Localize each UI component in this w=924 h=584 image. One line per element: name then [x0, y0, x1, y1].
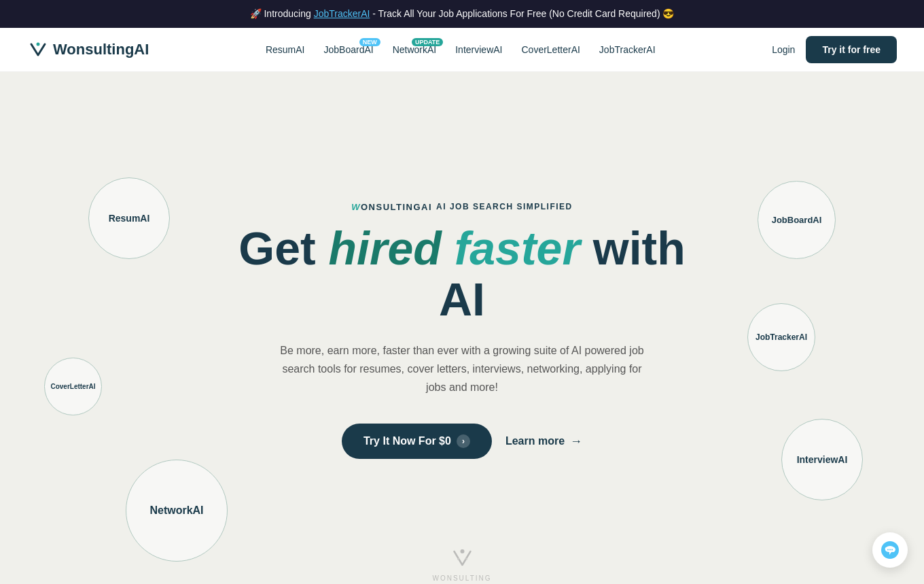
arrow-icon: › [457, 434, 470, 448]
svg-point-7 [891, 549, 893, 551]
chat-widget-button[interactable] [872, 532, 908, 568]
nav-item-coverletterai: CoverLetterAI [514, 44, 586, 56]
hero-subtext: Be more, earn more, faster than ever wit… [279, 341, 645, 397]
watermark-text: WONSULTING [432, 574, 491, 582]
svg-point-2 [457, 558, 459, 560]
nav-item-jobtrackerai: JobTrackerAI [592, 44, 662, 56]
circle-networkai: NetworkAI [126, 460, 228, 562]
svg-point-1 [460, 549, 464, 553]
tagline-logo: WonsultingAI [351, 202, 432, 212]
banner-intro: Introducing [264, 8, 310, 19]
banner-link[interactable]: JobTrackerAI [314, 8, 370, 19]
hero-section: ResumAI JobBoardAI CoverLetterAI JobTrac… [0, 72, 924, 584]
navbar: WonsultingAI ResumAI JobBoardAI NEW Netw… [0, 28, 924, 72]
svg-point-0 [37, 43, 40, 46]
svg-point-6 [889, 549, 891, 551]
try-now-button[interactable]: Try It Now For $0 › [342, 424, 492, 459]
learn-more-button[interactable]: Learn more → [505, 434, 582, 449]
headline-faster: faster [455, 222, 580, 274]
nav-item-jobboardai: JobBoardAI NEW [317, 44, 380, 56]
announcement-banner: 🚀 Introducing JobTrackerAI - Track All Y… [0, 0, 924, 28]
svg-point-5 [887, 549, 889, 551]
nav-item-networkai: NetworkAI UPDATE [386, 44, 444, 56]
learn-more-arrow-icon: → [570, 434, 582, 449]
nav-links: ResumAI JobBoardAI NEW NetworkAI UPDATE … [259, 44, 662, 56]
watermark-logo-icon [448, 545, 476, 572]
nav-link-coverletterai[interactable]: CoverLetterAI [514, 40, 586, 59]
try-now-label: Try It Now For $0 [363, 435, 451, 447]
badge-update: UPDATE [412, 38, 443, 46]
svg-point-3 [465, 558, 467, 560]
badge-new: NEW [359, 38, 380, 46]
try-for-free-button[interactable]: Try it for free [806, 36, 897, 63]
nav-link-jobtrackerai[interactable]: JobTrackerAI [592, 40, 662, 59]
logo[interactable]: WonsultingAI [27, 39, 149, 61]
circle-coverletterai: CoverLetterAI [44, 358, 102, 415]
nav-link-interviewai[interactable]: InterviewAI [448, 40, 509, 59]
circle-jobboardai: JobBoardAI [758, 181, 836, 259]
circle-interviewai: InterviewAI [781, 419, 863, 500]
banner-rocket: 🚀 [250, 8, 262, 19]
headline-get: Get [238, 222, 315, 274]
tagline-text: AI JOB SEARCH SIMPLIFIED [436, 202, 573, 211]
logo-text: WonsultingAI [53, 41, 149, 58]
nav-item-resumai: ResumAI [259, 44, 312, 56]
circle-jobtrackerai: JobTrackerAI [747, 303, 815, 371]
headline-hired: hired [329, 222, 455, 274]
chat-icon [881, 540, 900, 560]
bottom-watermark: WONSULTING [432, 545, 491, 582]
banner-emoji: 😎 [662, 8, 674, 19]
nav-link-resumai[interactable]: ResumAI [259, 40, 312, 59]
hero-actions: Try It Now For $0 › Learn more → [342, 424, 582, 459]
circle-resumai: ResumAI [88, 177, 170, 259]
learn-more-label: Learn more [505, 435, 565, 447]
hero-tagline: WonsultingAI AI JOB SEARCH SIMPLIFIED [351, 202, 573, 212]
login-link[interactable]: Login [772, 44, 795, 55]
banner-rest: - Track All Your Job Applications For Fr… [372, 8, 660, 19]
nav-item-interviewai: InterviewAI [448, 44, 509, 56]
hero-headline: Get hired faster with AI [224, 223, 700, 325]
nav-right: Login Try it for free [772, 36, 897, 63]
